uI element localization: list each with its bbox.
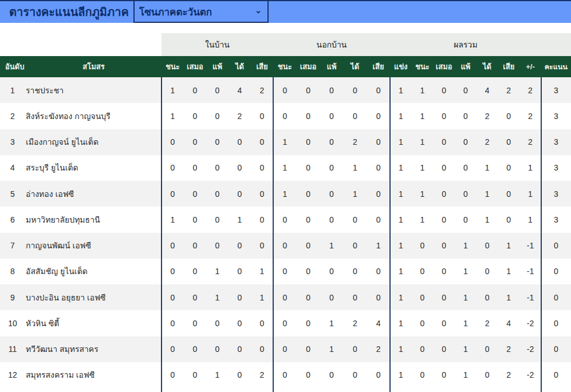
total-stat-4: 0 bbox=[477, 345, 498, 354]
total-stat-4: 1 bbox=[477, 215, 498, 224]
home-stat-1: 0 bbox=[184, 345, 206, 354]
home-stat-1: 0 bbox=[184, 241, 206, 250]
home-stat-3: 0 bbox=[229, 137, 251, 146]
total-stat-2: 0 bbox=[433, 215, 455, 224]
home-stat-2: 0 bbox=[206, 163, 229, 172]
separator-home-away bbox=[273, 77, 274, 392]
away-stat-2: 0 bbox=[320, 370, 344, 379]
total-stat-2: 0 bbox=[433, 319, 455, 328]
column-header-away-4: เสีย bbox=[367, 61, 390, 73]
total-stat-0: 1 bbox=[390, 370, 412, 379]
home-stat-1: 0 bbox=[184, 137, 206, 146]
away-stat-0: 0 bbox=[273, 345, 297, 354]
home-stat-0: 1 bbox=[162, 86, 184, 95]
column-header-away-1: เสมอ bbox=[297, 61, 320, 73]
home-stat-0: 0 bbox=[162, 319, 184, 328]
total-stat-5: 1 bbox=[498, 241, 519, 250]
total-stat-1: 1 bbox=[412, 86, 434, 95]
total-stat-5: 1 bbox=[498, 267, 519, 276]
total-stat-6: 2 bbox=[519, 86, 541, 95]
away-stat-2: 1 bbox=[320, 345, 344, 354]
total-stat-6: 1 bbox=[519, 215, 541, 224]
rank-value: 8 bbox=[0, 267, 25, 276]
home-stat-4: 1 bbox=[251, 267, 273, 276]
away-stat-0: 1 bbox=[273, 189, 297, 199]
away-stat-4: 0 bbox=[367, 112, 390, 121]
home-stat-1: 0 bbox=[184, 293, 206, 302]
home-stat-0: 0 bbox=[162, 345, 184, 354]
away-stat-1: 0 bbox=[297, 137, 320, 146]
column-header-home-0: ชนะ bbox=[162, 61, 184, 73]
table-row: 2สิงห์ระฆังทอง กาญจนบุรี1002000000110020… bbox=[0, 103, 571, 129]
table-row: 6มหาวิทยาลัยปทุมธานี100100000011001013 bbox=[0, 207, 571, 232]
total-stat-0: 1 bbox=[390, 241, 412, 250]
total-stat-1: 1 bbox=[412, 137, 434, 146]
total-stat-0: 1 bbox=[390, 267, 412, 276]
zone-select-dropdown[interactable]: โซนภาคตะวันตก ⌄ bbox=[133, 1, 269, 23]
away-stat-0: 0 bbox=[273, 293, 297, 302]
total-stat-6: 1 bbox=[519, 189, 541, 199]
points-value: 0 bbox=[541, 345, 571, 354]
home-stat-0: 0 bbox=[162, 163, 184, 172]
topbar: ตารางคะแนนลีกภูมิภาค โซนภาคตะวันตก ⌄ bbox=[0, 0, 571, 23]
total-stat-1: 1 bbox=[412, 215, 434, 224]
away-stat-0: 0 bbox=[273, 319, 297, 328]
home-stat-3: 0 bbox=[229, 345, 251, 354]
league-table-page: ตารางคะแนนลีกภูมิภาค โซนภาคตะวันตก ⌄ ในบ… bbox=[0, 0, 571, 392]
home-stat-1: 0 bbox=[184, 215, 206, 224]
home-stat-2: 0 bbox=[206, 241, 229, 250]
rank-value: 11 bbox=[0, 345, 25, 354]
total-stat-2: 0 bbox=[433, 137, 455, 146]
total-stat-6: -2 bbox=[519, 370, 541, 379]
home-stat-2: 0 bbox=[206, 319, 229, 328]
separator-club-home bbox=[161, 77, 162, 392]
away-stat-1: 0 bbox=[297, 215, 320, 224]
home-stat-3: 4 bbox=[229, 86, 251, 95]
away-stat-1: 0 bbox=[297, 241, 320, 250]
total-stat-0: 1 bbox=[390, 215, 412, 224]
points-value: 3 bbox=[541, 189, 571, 199]
group-header-spacer bbox=[0, 33, 162, 56]
away-stat-4: 0 bbox=[367, 267, 390, 276]
total-stat-4: 2 bbox=[477, 319, 498, 328]
column-header-home-1: เสมอ bbox=[184, 61, 206, 73]
total-stat-6: 2 bbox=[519, 137, 541, 146]
table-row: 7กาญจนพัฒน์ เอฟซี0000000101100101-10 bbox=[0, 233, 571, 259]
total-stat-2: 0 bbox=[433, 189, 455, 199]
column-header-total-5: เสีย bbox=[498, 61, 519, 73]
away-stat-3: 0 bbox=[343, 370, 367, 379]
club-name: บางปะอิน อยุธยา เอฟซี bbox=[25, 291, 162, 304]
total-stat-5: 2 bbox=[498, 370, 519, 379]
away-stat-0: 0 bbox=[273, 267, 297, 276]
total-stat-6: -1 bbox=[519, 241, 541, 250]
total-stat-5: 0 bbox=[498, 163, 519, 172]
home-stat-0: 0 bbox=[162, 189, 184, 199]
away-stat-3: 0 bbox=[343, 345, 367, 354]
total-stat-0: 1 bbox=[390, 112, 412, 121]
points-value: 0 bbox=[541, 293, 571, 302]
home-stat-2: 0 bbox=[206, 86, 229, 95]
total-stat-1: 0 bbox=[412, 370, 434, 379]
away-stat-3: 1 bbox=[343, 163, 367, 172]
total-stat-0: 1 bbox=[390, 163, 412, 172]
away-stat-4: 0 bbox=[367, 137, 390, 146]
group-header-zone: ในบ้าน นอกบ้าน ผลรวม bbox=[162, 33, 571, 56]
column-header-total-6: +/- bbox=[519, 62, 541, 71]
away-stat-3: 0 bbox=[343, 241, 367, 250]
home-stat-3: 0 bbox=[229, 241, 251, 250]
home-stat-4: 0 bbox=[251, 319, 273, 328]
away-stat-0: 0 bbox=[273, 112, 297, 121]
total-stat-3: 0 bbox=[455, 86, 477, 95]
home-stat-0: 0 bbox=[162, 293, 184, 302]
away-stat-2: 0 bbox=[320, 215, 344, 224]
total-stat-3: 1 bbox=[455, 293, 477, 302]
total-stat-4: 0 bbox=[477, 293, 498, 302]
home-stat-4: 0 bbox=[251, 241, 273, 250]
away-stat-1: 0 bbox=[297, 112, 320, 121]
separator-total-points bbox=[541, 77, 542, 392]
home-stat-4: 0 bbox=[251, 345, 273, 354]
table-body: 1ราชประชา1004200000110042232สิงห์ระฆังทอ… bbox=[0, 77, 571, 392]
home-stat-4: 0 bbox=[251, 215, 273, 224]
column-header-home-2: แพ้ bbox=[206, 61, 229, 73]
page-title: ตารางคะแนนลีกภูมิภาค bbox=[0, 1, 133, 23]
